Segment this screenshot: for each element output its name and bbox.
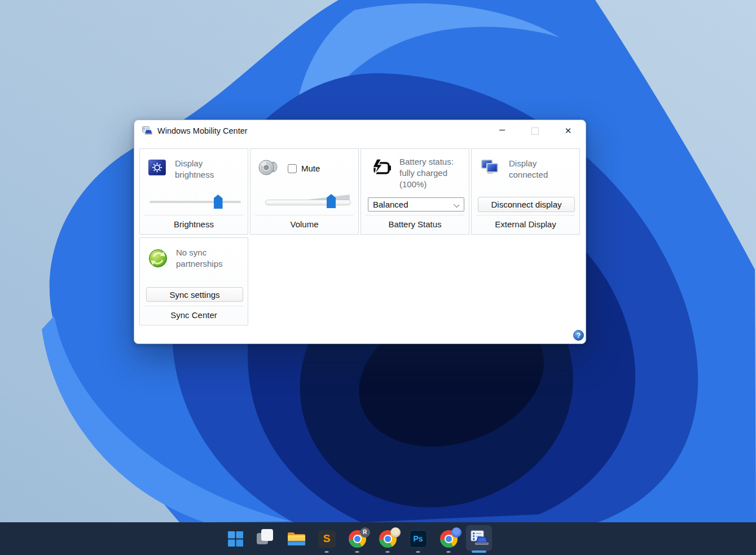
- brightness-slider-handle[interactable]: [214, 195, 223, 209]
- volume-slider-track[interactable]: [265, 200, 351, 205]
- battery-icon: [370, 158, 392, 177]
- volume-slider-handle[interactable]: [327, 194, 336, 208]
- volume-footer: Volume: [255, 215, 354, 234]
- external-display-icon: [480, 158, 500, 178]
- battery-footer: Battery Status: [366, 215, 464, 234]
- running-indicator: [325, 551, 329, 553]
- chrome-icon: [379, 530, 397, 548]
- running-indicator: [447, 551, 451, 553]
- profile-badge-r: R: [360, 527, 370, 538]
- running-indicator: [355, 551, 359, 553]
- tile-battery: Battery status: fully charged (100%) Bal…: [361, 148, 469, 235]
- tile-external-display: Display connected Disconnect display Ext…: [471, 148, 580, 235]
- mute-label: Mute: [301, 164, 320, 173]
- start-icon: [228, 531, 243, 547]
- chrome-profile-2-button[interactable]: [372, 522, 403, 555]
- mute-checkbox[interactable]: [288, 164, 297, 173]
- window-title: Windows Mobility Center: [157, 126, 248, 135]
- chrome-core: [354, 536, 361, 542]
- chrome-icon: R: [349, 530, 366, 548]
- desktop: { "window": { "title": "Windows Mobility…: [0, 0, 756, 555]
- chrome-core: [446, 536, 452, 542]
- speaker-icon: [258, 157, 278, 178]
- file-explorer-icon: [287, 531, 306, 547]
- display-heading: Display connected: [509, 158, 574, 180]
- power-plan-select[interactable]: Balanced: [368, 197, 464, 212]
- battery-heading: Battery status: fully charged (100%): [399, 156, 466, 190]
- start-button[interactable]: [220, 522, 250, 555]
- close-button[interactable]: ✕: [557, 120, 579, 142]
- active-running-indicator: [472, 550, 486, 553]
- mobility-center-icon: [469, 530, 489, 548]
- running-indicator: [386, 551, 390, 553]
- tile-brightness: Display brightness Brightness: [139, 148, 248, 235]
- mobility-center-taskbar-button[interactable]: [464, 522, 494, 555]
- taskbar: S R Ps: [0, 522, 756, 555]
- file-explorer-button[interactable]: [281, 522, 311, 555]
- titlebar[interactable]: Windows Mobility Center – ✕: [134, 120, 586, 142]
- running-indicator: [416, 551, 420, 553]
- photoshop-button[interactable]: Ps: [403, 522, 433, 555]
- display-footer: External Display: [476, 215, 575, 234]
- maximize-button[interactable]: [524, 120, 546, 142]
- help-button[interactable]: ?: [573, 330, 584, 341]
- maximize-box-glyph: [531, 127, 539, 135]
- taskbar-icon-group: S R Ps: [220, 522, 494, 555]
- brightness-slider[interactable]: [150, 194, 241, 209]
- mobility-center-window: Windows Mobility Center – ✕ Display brig…: [134, 120, 586, 344]
- task-view-button[interactable]: [250, 522, 281, 555]
- sublime-text-button[interactable]: S: [311, 522, 342, 555]
- brightness-heading: Display brightness: [175, 158, 240, 180]
- volume-slider[interactable]: [265, 193, 351, 209]
- sync-settings-button[interactable]: Sync settings: [146, 287, 243, 302]
- mute-row[interactable]: Mute: [288, 164, 320, 173]
- chrome-core: [385, 536, 391, 542]
- task-view-icon-front: [261, 529, 273, 541]
- chrome-profile-3-button[interactable]: [433, 522, 464, 555]
- tile-sync: No sync partnerships Sync settings Sync …: [139, 237, 248, 325]
- power-plan-value: Balanced: [373, 200, 408, 209]
- profile-avatar-badge: [390, 527, 401, 538]
- photoshop-icon: Ps: [410, 530, 427, 548]
- chrome-profile-r-button[interactable]: R: [342, 522, 372, 555]
- brightness-icon: [148, 159, 166, 176]
- sync-heading: No sync partnerships: [176, 247, 241, 270]
- sync-footer: Sync Center: [144, 306, 243, 325]
- profile-avatar-badge: [451, 527, 461, 538]
- chevron-down-icon: [454, 202, 459, 208]
- brightness-slider-track[interactable]: [150, 201, 241, 203]
- disconnect-display-button[interactable]: Disconnect display: [478, 197, 575, 212]
- mobility-center-icon: [142, 126, 152, 135]
- tile-volume: Mute Volume: [250, 148, 359, 235]
- sublime-text-icon: S: [318, 530, 336, 548]
- sync-icon: [148, 249, 168, 268]
- chrome-icon: [440, 530, 458, 548]
- minimize-button[interactable]: –: [491, 120, 513, 142]
- brightness-footer: Brightness: [144, 215, 243, 234]
